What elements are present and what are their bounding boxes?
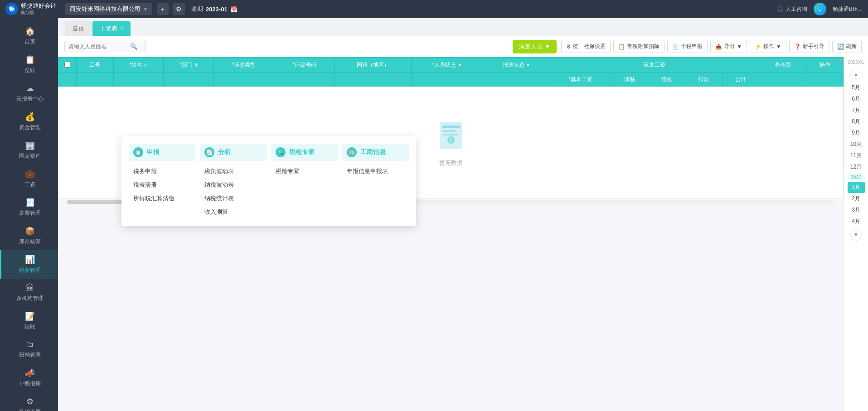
sidebar-label-home: 首页 bbox=[24, 38, 35, 46]
timeline-month-1[interactable]: 1月 bbox=[848, 182, 865, 193]
sidebar-label-assets: 固定资产 bbox=[19, 152, 41, 160]
company-selector[interactable]: 西安虾米网络科技有限公司 ▼ bbox=[65, 3, 152, 15]
period-display: 2023.01 bbox=[848, 60, 864, 65]
operations-button[interactable]: ⚡ 操作 ▼ bbox=[750, 40, 786, 53]
sidebar-item-fund[interactable]: 💰 资金管理 bbox=[0, 107, 58, 136]
dropdown-item-tax-stats[interactable]: 纳税统计表 bbox=[200, 192, 267, 205]
timeline-down-button[interactable]: ▼ bbox=[850, 229, 862, 241]
refresh-label: 刷新 bbox=[846, 43, 857, 50]
sidebar-item-assets[interactable]: 🏢 固定资产 bbox=[0, 136, 58, 164]
dropdown-item-income-tax[interactable]: 所得税汇算清缴 bbox=[129, 192, 195, 205]
timeline-month-3[interactable]: 3月 bbox=[848, 204, 865, 216]
tax-icon: 📊 bbox=[25, 255, 35, 265]
settings-button[interactable]: ⚙ bbox=[173, 3, 185, 15]
timeline-month-11[interactable]: 11月 bbox=[848, 150, 865, 161]
tabbar: 首页 工资表 × bbox=[58, 18, 868, 36]
search-input[interactable] bbox=[68, 44, 127, 50]
export-button[interactable]: 📤 导出 ▼ bbox=[710, 40, 747, 53]
period-value[interactable]: 2023-01 bbox=[206, 6, 228, 13]
sidebar-label-invoice: 发票管理 bbox=[19, 209, 41, 217]
th2-cert-type bbox=[213, 73, 274, 87]
invoice-icon: 🧾 bbox=[25, 198, 35, 208]
user-name: 畅捷通B组... bbox=[833, 5, 863, 13]
dropdown-item-income-estimate[interactable]: 收入测算 bbox=[200, 205, 267, 219]
add-person-button[interactable]: 添加人员 ▼ bbox=[513, 40, 557, 53]
tax-filing-button[interactable]: 🧾 个税申报 bbox=[667, 40, 708, 53]
timeline-month-9[interactable]: 9月 bbox=[848, 127, 865, 139]
sidebar-item-multi[interactable]: 🏛 多机构管理 bbox=[0, 279, 58, 307]
section-title-analysis: 分析 bbox=[218, 148, 231, 156]
th-department: *部门 ⇅ bbox=[164, 58, 213, 73]
sidebar-item-invoice[interactable]: 🧾 发票管理 bbox=[0, 193, 58, 222]
dropdown-item-tax-change[interactable]: 纳税波动表 bbox=[200, 178, 267, 192]
refresh-button[interactable]: 🔄 刷新 bbox=[832, 40, 862, 53]
search-input-wrapper[interactable]: 🔍 bbox=[64, 41, 146, 52]
assets-icon: 🏢 bbox=[25, 140, 35, 150]
export-arrow: ▼ bbox=[737, 44, 742, 50]
tax-icon-btn: 🧾 bbox=[672, 44, 679, 50]
service-button[interactable]: 🎧 人工咨询 bbox=[777, 5, 807, 13]
timeline-month-7[interactable]: 7月 bbox=[848, 105, 865, 116]
dropdown-item-tax-burden[interactable]: 税负波动表 bbox=[200, 164, 267, 178]
th-report-status: 报送状态 ▼ bbox=[483, 58, 550, 73]
social-insurance-button[interactable]: ⚙ 统一社保设置 bbox=[561, 40, 611, 53]
dropdown-item-tax-expert[interactable]: 税检专家 bbox=[271, 164, 338, 178]
sidebar-item-marketing[interactable]: 📣 小畅报销 bbox=[0, 363, 58, 392]
dropdown-item-tax-table[interactable]: 税表清册 bbox=[129, 178, 195, 192]
section-header-analysis: 📈 分析 bbox=[200, 144, 267, 161]
sidebar-item-ledger[interactable]: 📋 总账 bbox=[0, 50, 58, 79]
sidebar-item-archive[interactable]: 🗂 归档管理 bbox=[0, 335, 58, 363]
report-sort-icon[interactable]: ▼ bbox=[526, 63, 530, 68]
dropdown-item-tax-filing[interactable]: 税务申报 bbox=[129, 164, 195, 178]
operations-label: 操作 bbox=[763, 43, 774, 50]
sidebar-item-salary[interactable]: 💼 工资 bbox=[0, 164, 58, 193]
tab-close-icon[interactable]: × bbox=[120, 25, 123, 32]
timeline-month-6[interactable]: 6月 bbox=[848, 93, 865, 105]
company-name: 西安虾米网络科技有限公司 bbox=[70, 5, 141, 13]
sidebar-item-home[interactable]: 🏠 首页 bbox=[0, 22, 58, 50]
dropdown-section-analysis: 📈 分析 税负波动表 纳税波动表 纳税统计表 收入测算 bbox=[200, 144, 267, 219]
panel-minimize-button[interactable]: — bbox=[828, 58, 835, 66]
dept-sort-icon[interactable]: ⇅ bbox=[194, 63, 198, 68]
declaration-section-icon: 📋 bbox=[133, 147, 143, 157]
name-sort-icon[interactable]: ⇅ bbox=[144, 63, 147, 68]
tab-salary-table[interactable]: 工资表 × bbox=[92, 21, 131, 36]
th-cert-no: *证鉴号码 bbox=[274, 58, 335, 73]
th2-dept bbox=[164, 73, 213, 87]
archive-icon: 🗂 bbox=[26, 340, 34, 349]
timeline-month-2[interactable]: 2月 bbox=[848, 193, 865, 204]
timeline-month-10[interactable]: 10月 bbox=[848, 139, 865, 150]
sidebar-item-tax[interactable]: 📊 税务管理 bbox=[0, 250, 58, 279]
timeline-month-8[interactable]: 8月 bbox=[848, 116, 865, 127]
empty-text: 暂无数据 bbox=[439, 159, 463, 167]
main-layout: 🏠 首页 📋 总账 ☁ 云报表中心 💰 资金管理 🏢 固定资产 💼 工资 🧾 发… bbox=[0, 18, 868, 411]
ledger-icon: 📋 bbox=[25, 55, 35, 65]
add-person-arrow: ▼ bbox=[544, 43, 550, 50]
logo: 畅 畅捷通好会计 旗舰版 bbox=[5, 2, 56, 16]
th-checkbox[interactable] bbox=[58, 58, 77, 73]
guide-button[interactable]: ❓ 新手引导 bbox=[789, 40, 829, 53]
dropdown-item-annual-report[interactable]: 年报信息申报表 bbox=[342, 164, 409, 178]
th2-performance: 绩效 bbox=[648, 73, 685, 87]
sidebar-item-close[interactable]: 📝 结账 bbox=[0, 307, 58, 335]
special-deduction-button[interactable]: 📋 专项附加扣除 bbox=[613, 40, 664, 53]
sidebar-item-inventory[interactable]: 📦 库存核算 bbox=[0, 222, 58, 250]
tab-home[interactable]: 首页 bbox=[65, 21, 92, 36]
select-all-checkbox[interactable] bbox=[64, 62, 70, 68]
timeline-month-5[interactable]: 5月 bbox=[848, 82, 865, 93]
sidebar-item-cloud[interactable]: ☁ 云报表中心 bbox=[0, 79, 58, 107]
add-company-button[interactable]: + bbox=[157, 3, 169, 15]
panel-close-button[interactable]: × bbox=[839, 58, 843, 66]
refresh-icon: 🔄 bbox=[837, 44, 844, 50]
status-sort-icon[interactable]: ▼ bbox=[457, 63, 462, 68]
tax-label: 个税申报 bbox=[681, 43, 703, 50]
timeline-month-12[interactable]: 12月 bbox=[848, 161, 865, 173]
th2-cert-no bbox=[274, 73, 335, 87]
sidebar-label-ledger: 总账 bbox=[24, 67, 35, 74]
sidebar-label-multi: 多机构管理 bbox=[16, 295, 44, 302]
timeline-month-4[interactable]: 4月 bbox=[848, 216, 865, 227]
timeline-up-button[interactable]: ▲ bbox=[850, 68, 862, 80]
sidebar-label-settings: 基础设置 bbox=[19, 408, 41, 411]
sidebar-item-settings[interactable]: ⚙ 基础设置 bbox=[0, 392, 58, 411]
calendar-icon[interactable]: 📅 bbox=[230, 6, 238, 13]
